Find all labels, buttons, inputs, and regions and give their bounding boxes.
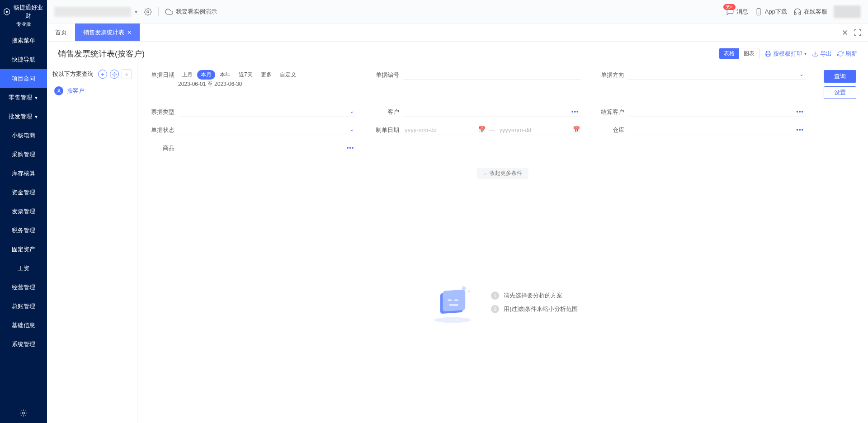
tab-active-label: 销售发票统计表 <box>83 28 124 37</box>
tabbar-close-icon[interactable] <box>841 28 849 37</box>
sidebar-item-label: 系统管理 <box>12 340 35 348</box>
doc-no-input[interactable] <box>403 70 580 80</box>
refresh-button[interactable]: 刷新 <box>837 50 857 58</box>
ticket-type-select[interactable] <box>178 107 356 117</box>
create-date-from[interactable] <box>403 125 486 135</box>
more-dots-icon[interactable]: ••• <box>571 108 579 115</box>
empty-illustration <box>428 280 477 325</box>
settle-customer-select[interactable] <box>628 107 806 117</box>
tab-close-icon[interactable]: ✕ <box>127 29 132 36</box>
tab-home[interactable]: 首页 <box>47 24 75 41</box>
sidebar-item-7[interactable]: 库存核算 <box>0 164 47 183</box>
tab-sales-invoice-stats[interactable]: 销售发票统计表 ✕ <box>75 24 140 41</box>
product-label: 商品 <box>149 143 178 152</box>
settings-gear-icon[interactable] <box>19 409 28 417</box>
sidebar-item-3[interactable]: 零售管理▼ <box>0 88 47 107</box>
sidebar-item-5[interactable]: 小畅电商 <box>0 126 47 145</box>
sidebar-item-16[interactable]: 系统管理 <box>0 335 47 354</box>
doc-direction-label: 单据方向 <box>599 70 628 79</box>
view-table-button[interactable]: 表格 <box>719 48 739 59</box>
cloud-icon <box>165 8 173 16</box>
svg-rect-9 <box>443 289 466 311</box>
doc-direction-select[interactable] <box>628 70 806 80</box>
chip-last-month[interactable]: 上月 <box>178 70 196 80</box>
sidebar-item-8[interactable]: 资金管理 <box>0 183 47 202</box>
sidebar-item-14[interactable]: 总账管理 <box>0 297 47 316</box>
svg-point-0 <box>6 11 8 13</box>
print-template-button[interactable]: 按模板打印 ▾ <box>765 50 807 58</box>
chip-this-month[interactable]: 本月 <box>197 70 215 80</box>
svg-point-4 <box>758 13 759 14</box>
scheme-settings-button[interactable] <box>110 70 119 79</box>
view-chart-button[interactable]: 图表 <box>739 48 759 59</box>
sidebar-item-10[interactable]: 税务管理 <box>0 221 47 240</box>
sidebar-item-12[interactable]: 工资 <box>0 259 47 278</box>
warehouse-label: 仓库 <box>599 125 628 134</box>
refresh-label: 刷新 <box>845 50 857 58</box>
printer-icon <box>765 51 771 57</box>
doc-no-label: 单据编号 <box>374 70 403 79</box>
collapse-filters-button[interactable]: ︿ 收起更多条件 <box>477 168 528 179</box>
query-button[interactable]: 查询 <box>824 70 856 83</box>
sidebar-item-label: 发票管理 <box>12 207 35 216</box>
sidebar-item-label: 搜索菜单 <box>12 37 35 45</box>
collapse-label: 收起更多条件 <box>490 169 522 177</box>
more-dots-icon[interactable]: ••• <box>796 126 804 133</box>
doc-status-label: 单据状态 <box>149 125 178 134</box>
settings-button[interactable]: 设置 <box>824 86 856 99</box>
sidebar-item-13[interactable]: 经营管理 <box>0 278 47 297</box>
warehouse-select[interactable] <box>628 125 806 135</box>
user-avatar-blurred[interactable] <box>834 5 861 18</box>
svg-rect-11 <box>454 300 458 301</box>
chip-last7[interactable]: 近7天 <box>235 70 256 80</box>
topbar: ▾ 我要看实例演示 99+ 消息 App下载 在线客服 <box>47 0 868 24</box>
chevron-down-icon: ▼ <box>34 95 38 100</box>
brand-edition: 专业版 <box>3 21 44 28</box>
sidebar-item-label: 批发管理 <box>9 113 32 121</box>
sidebar-item-label: 工资 <box>18 264 29 273</box>
page-content: 销售发票统计表(按客户) 表格 图表 按模板打印 ▾ 导出 刷新 <box>47 42 868 423</box>
sidebar-item-9[interactable]: 发票管理 <box>0 202 47 221</box>
sidebar-item-label: 库存核算 <box>12 169 35 178</box>
more-dots-icon[interactable]: ••• <box>796 108 804 115</box>
sidebar-item-11[interactable]: 固定资产 <box>0 240 47 259</box>
sidebar-item-label: 项目合同 <box>12 75 35 83</box>
sidebar-item-0[interactable]: 搜索菜单 <box>0 31 47 50</box>
add-scheme-button[interactable]: + <box>98 70 107 79</box>
collapse-panel-button[interactable]: « <box>122 69 132 79</box>
sidebar-item-15[interactable]: 基础信息 <box>0 316 47 335</box>
sidebar-item-1[interactable]: 快捷导航 <box>0 50 47 69</box>
sidebar-item-6[interactable]: 采购管理 <box>0 145 47 164</box>
step-1-badge: 1 <box>491 291 499 300</box>
filter-grid: 单据日期 上月 本月 本年 近7天 更多 自定义 <box>137 64 868 165</box>
scheme-label: 按客户 <box>67 87 85 95</box>
app-download-button[interactable]: App下载 <box>755 8 787 16</box>
demo-link[interactable]: 我要看实例演示 <box>165 8 217 16</box>
sidebar-item-2[interactable]: 项目合同 <box>0 69 47 88</box>
messages-button[interactable]: 99+ 消息 <box>726 8 748 16</box>
messages-badge: 99+ <box>723 4 736 10</box>
export-button[interactable]: 导出 <box>812 50 832 58</box>
sidebar-item-label: 快捷导航 <box>12 56 35 64</box>
sidebar-item-4[interactable]: 批发管理▼ <box>0 107 47 126</box>
tenant-selector[interactable]: ▾ <box>54 7 137 17</box>
chip-more[interactable]: 更多 <box>257 70 275 80</box>
customer-select[interactable] <box>403 107 580 117</box>
print-template-label: 按模板打印 <box>773 50 802 58</box>
scheme-by-customer[interactable]: 按客户 <box>52 84 132 98</box>
more-dots-icon[interactable]: ••• <box>347 144 354 151</box>
doc-status-select[interactable] <box>178 125 356 135</box>
sidebar-item-label: 经营管理 <box>12 283 35 291</box>
step-2-badge: 2 <box>491 305 499 313</box>
fullscreen-icon[interactable] <box>854 28 862 37</box>
create-date-to[interactable] <box>498 125 581 135</box>
product-select[interactable] <box>178 143 356 153</box>
tab-home-label: 首页 <box>55 28 67 37</box>
online-service-button[interactable]: 在线客服 <box>793 8 827 16</box>
svg-point-13 <box>468 291 470 292</box>
chip-this-year[interactable]: 本年 <box>216 70 234 80</box>
svg-point-7 <box>434 317 471 323</box>
topbar-gear-icon[interactable] <box>144 8 152 16</box>
chip-custom[interactable]: 自定义 <box>276 70 300 80</box>
sidebar-item-label: 零售管理 <box>9 94 32 102</box>
